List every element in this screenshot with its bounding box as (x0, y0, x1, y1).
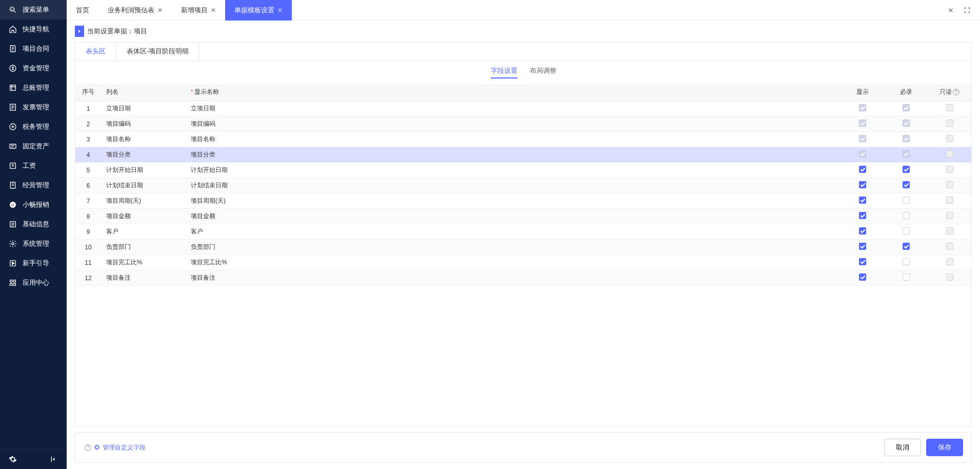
cell-idx: 6 (75, 178, 101, 193)
sidebar-item-fund[interactable]: 资金管理 (0, 58, 67, 78)
checkbox-required[interactable] (903, 197, 910, 204)
cell-display[interactable]: 项目金额 (186, 209, 841, 224)
checkbox-required[interactable] (903, 181, 910, 188)
checkbox-readonly (946, 181, 953, 188)
area-tab[interactable]: 表体区-项目阶段明细 (116, 43, 199, 61)
checkbox-show[interactable] (859, 243, 866, 250)
cell-idx: 11 (75, 255, 101, 270)
sidebar-item-appcenter[interactable]: 应用中心 (0, 273, 67, 292)
table-row[interactable]: 6计划结束日期计划结束日期 (75, 178, 971, 193)
close-icon[interactable]: ✕ (277, 7, 283, 14)
sidebar-item-business[interactable]: 经营管理 (0, 175, 67, 195)
info-icon (8, 220, 17, 229)
cell-col: 项目名称 (101, 132, 186, 147)
sidebar-item-tax[interactable]: 税务管理 (0, 117, 67, 136)
checkbox-required[interactable] (903, 227, 910, 234)
footer-help-icon[interactable]: ? (85, 444, 91, 451)
sidebar-item-label: 工资 (23, 161, 36, 170)
cell-display[interactable]: 立项日期 (186, 101, 841, 116)
cell-display[interactable]: 客户 (186, 224, 841, 240)
sidebar-item-info[interactable]: 基础信息 (0, 214, 67, 234)
checkbox-show[interactable] (859, 227, 866, 234)
cell-col: 项目完工比% (101, 255, 186, 270)
business-icon (8, 181, 17, 190)
table-row[interactable]: 3项目名称项目名称 (75, 132, 971, 147)
svg-rect-3 (10, 85, 16, 91)
save-button[interactable]: 保存 (926, 439, 963, 456)
settings-icon[interactable] (7, 454, 18, 465)
tab-新增项目[interactable]: 新增项目✕ (172, 0, 225, 21)
close-all-tabs-icon[interactable] (945, 5, 956, 16)
tab-首页[interactable]: 首页 (67, 0, 98, 21)
cell-display[interactable]: 项目编码 (186, 116, 841, 132)
sub-tab[interactable]: 字段设置 (491, 66, 517, 79)
sidebar-item-salary[interactable]: 工资 (0, 156, 67, 175)
close-icon[interactable]: ✕ (211, 7, 216, 14)
footer-bar: ? ✪ 管理自定义字段 取消 保存 (75, 432, 972, 463)
checkbox-required[interactable] (903, 273, 910, 281)
area-tab[interactable]: 表头区 (75, 43, 116, 61)
table-row[interactable]: 5计划开始日期计划开始日期 (75, 163, 971, 178)
sidebar-item-search[interactable]: 搜索菜单 (0, 0, 67, 19)
tab-业务利润预估表[interactable]: 业务利润预估表✕ (98, 0, 172, 21)
cell-display[interactable]: 项目完工比% (186, 255, 841, 270)
sidebar-item-label: 小畅报销 (23, 200, 49, 209)
sidebar-item-home[interactable]: 快捷导航 (0, 19, 67, 39)
checkbox-required[interactable] (903, 243, 910, 250)
sidebar-item-reimburse[interactable]: G小畅报销 (0, 195, 67, 214)
checkbox-required[interactable] (903, 166, 910, 173)
manage-custom-fields-link[interactable]: 管理自定义字段 (103, 443, 146, 452)
checkbox-show[interactable] (859, 212, 866, 219)
cell-display[interactable]: 负责部门 (186, 240, 841, 255)
cell-display[interactable]: 项目周期(天) (186, 193, 841, 209)
table-row[interactable]: 4项目分类项目分类 (75, 147, 971, 163)
table-row[interactable]: 10负责部门负责部门 (75, 240, 971, 255)
sidebar-item-contract[interactable]: 项目合同 (0, 39, 67, 58)
checkbox-show[interactable] (859, 181, 866, 188)
info-label: 当前设置单据： (87, 27, 134, 35)
collapse-sidebar-icon[interactable] (48, 454, 59, 465)
table-row[interactable]: 9客户客户 (75, 224, 971, 240)
checkbox-show[interactable] (859, 197, 866, 204)
cancel-button[interactable]: 取消 (884, 439, 921, 456)
sub-tab[interactable]: 布局调整 (530, 66, 556, 79)
checkbox-show[interactable] (859, 166, 866, 173)
sidebar-item-label: 快捷导航 (23, 25, 49, 34)
cell-col: 项目备注 (101, 270, 186, 286)
cell-idx: 7 (75, 193, 101, 209)
sidebar-item-invoice[interactable]: 发票管理 (0, 97, 67, 117)
tabs-bar: 首页业务利润预估表✕新增项目✕单据模板设置✕ (67, 0, 980, 21)
cell-display[interactable]: 计划开始日期 (186, 163, 841, 178)
cell-display[interactable]: 项目分类 (186, 147, 841, 163)
table-row[interactable]: 2项目编码项目编码 (75, 116, 971, 132)
sidebar: 搜索菜单快捷导航项目合同资金管理总账管理发票管理税务管理固定资产工资经营管理G小… (0, 0, 67, 469)
fullscreen-icon[interactable] (962, 5, 973, 16)
sidebar-item-guide[interactable]: 新手引导 (0, 253, 67, 273)
cell-display[interactable]: 计划结束日期 (186, 178, 841, 193)
tab-单据模板设置[interactable]: 单据模板设置✕ (225, 0, 292, 21)
checkbox-required[interactable] (903, 258, 910, 265)
checkbox-show[interactable] (859, 273, 866, 281)
table-row[interactable]: 7项目周期(天)项目周期(天) (75, 193, 971, 209)
checkbox-show[interactable] (859, 258, 866, 265)
table-row[interactable]: 12项目备注项目备注 (75, 270, 971, 286)
cell-col: 计划开始日期 (101, 163, 186, 178)
th-show: 显示 (841, 84, 884, 101)
sidebar-item-ledger[interactable]: 总账管理 (0, 78, 67, 97)
th-col: 列名 (101, 84, 186, 101)
checkbox-required[interactable] (903, 212, 910, 219)
table-row[interactable]: 1立项日期立项日期 (75, 101, 971, 116)
cell-display[interactable]: 项目名称 (186, 132, 841, 147)
help-icon[interactable]: ? (953, 89, 959, 95)
sidebar-item-system[interactable]: 系统管理 (0, 234, 67, 253)
sidebar-item-asset[interactable]: 固定资产 (0, 136, 67, 156)
ledger-icon (8, 83, 17, 92)
cell-display[interactable]: 项目备注 (186, 270, 841, 286)
cell-col: 立项日期 (101, 101, 186, 116)
table-row[interactable]: 11项目完工比%项目完工比% (75, 255, 971, 270)
close-icon[interactable]: ✕ (157, 7, 163, 14)
info-chevron-icon[interactable] (75, 26, 84, 37)
svg-rect-16 (10, 283, 12, 285)
table-row[interactable]: 8项目金额项目金额 (75, 209, 971, 224)
th-required: 必录 (884, 84, 928, 101)
